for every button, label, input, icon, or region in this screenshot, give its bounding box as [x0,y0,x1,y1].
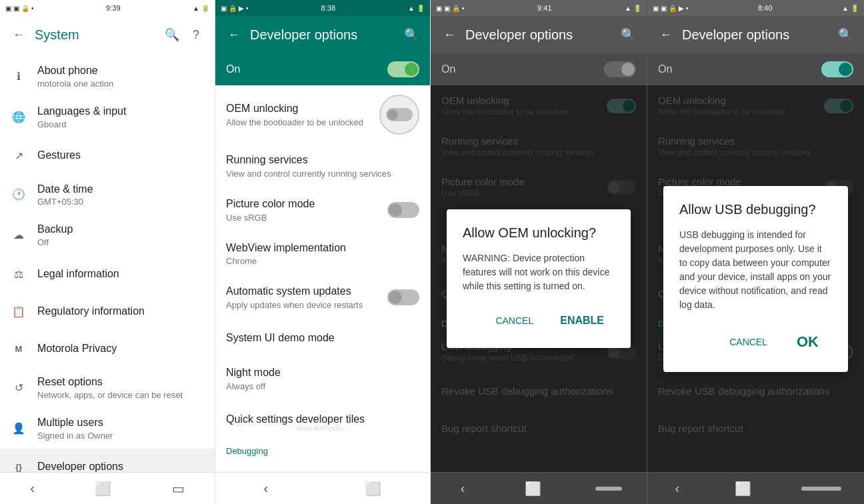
nav-recents-panel1[interactable]: ▭ [167,475,190,502]
reset-icon: ↺ [11,380,27,396]
oem-dialog-actions: Cancel Enable [463,309,615,332]
developer-toggle[interactable] [387,61,419,77]
sidebar-item-backup[interactable]: ☁ Backup Off [0,215,215,255]
wifi-icon-p3: ▲ [625,5,631,12]
nav-back-panel1[interactable]: ‹ [25,475,40,501]
panel-system-settings: ▣ ▣ 🔒 • 9:39 ▲ 🔋 ← System 🔍 ? ℹ About ph… [0,0,215,504]
sidebar-item-developer[interactable]: {} Developer options [0,449,215,472]
usb-dialog-actions: Cancel OK [679,328,832,356]
auto-updates-thumb [389,291,402,304]
setting-night-mode[interactable]: Night mode Always off [215,357,430,401]
sidebar-item-users[interactable]: 👤 Multiple users Signed in as Owner [0,408,215,449]
oem-toggle[interactable] [386,108,413,121]
back-icon-panel4[interactable]: ← [658,27,674,43]
bottom-nav-panel1: ‹ ⬜ ▭ [0,472,215,504]
status-icons-right-p2: ▲ 🔋 [408,5,425,12]
sidebar-item-gestures-text: Gestures [37,149,204,163]
about-phone-sub: motorola one action [37,79,204,89]
picture-color-sub: Use sRGB [226,213,315,223]
picture-color-text: Picture color mode Use sRGB [226,197,315,223]
language-icon: 🌐 [11,109,27,125]
nav-home-panel4[interactable]: ⬜ [729,475,757,502]
sidebar-item-gestures[interactable]: ↗ Gestures [0,137,215,175]
reset-label: Reset options [37,375,204,389]
search-icon-panel2[interactable]: 🔍 [403,27,419,43]
oem-dialog-body: WARNING: Device protection features will… [463,251,615,293]
sidebar-item-reset[interactable]: ↺ Reset options Network, apps, or device… [0,367,215,408]
icon-dot-p3: • [462,5,465,12]
status-time-panel4: 8:40 [758,4,772,12]
sidebar-item-regulatory-text: Regulatory information [37,305,204,319]
oem-dialog-title: Allow OEM unlocking? [463,225,615,241]
auto-updates-toggle[interactable] [387,289,419,305]
info-icon: ℹ [11,68,27,84]
developer-toggle-p3[interactable] [604,61,636,77]
sidebar-item-languages[interactable]: 🌐 Languages & input Gboard [0,97,215,137]
status-icons-left-p4: ▣ ▣ 🔒 ▶ • [653,5,689,12]
status-icons-left: ▣ ▣ 🔒 • [5,5,34,12]
sidebar-item-privacy-text: Motorola Privacy [37,342,204,356]
panel-usb-dialog: ▣ ▣ 🔒 ▶ • 8:40 ▲ 🔋 ← Developer options 🔍… [647,0,864,504]
status-time-panel3: 9:41 [537,4,551,12]
help-icon-panel1[interactable]: ? [188,27,204,43]
oem-title: OEM unlocking [226,102,363,116]
icon-cam-p2: ▶ [239,5,244,12]
setting-ui-demo[interactable]: System UI demo mode [215,319,430,357]
toolbar-panel2: ← Developer options 🔍 [215,16,430,53]
nav-home-panel1[interactable]: ⬜ [89,475,117,502]
setting-oem-unlocking[interactable]: OEM unlocking Allow the bootloader to be… [215,85,430,144]
sidebar-item-legal[interactable]: ⚖ Legal information [0,255,215,293]
gestures-label: Gestures [37,149,204,163]
auto-updates-text: Automatic system updates Apply updates w… [226,285,363,310]
status-bar-panel1: ▣ ▣ 🔒 • 9:39 ▲ 🔋 [0,0,215,16]
setting-picture-color[interactable]: Picture color mode Use sRGB [215,188,430,232]
search-icon-panel4[interactable]: 🔍 [837,27,853,43]
usb-dialog-title: Allow USB debugging? [679,202,832,217]
status-icons-left-p2: ▣ 🔒 ▶ • [221,5,249,12]
sidebar-item-privacy[interactable]: M Motorola Privacy [0,330,215,367]
back-icon-panel1[interactable]: ← [11,27,27,43]
on-label-panel4: On [658,63,672,75]
developer-toggle-p4[interactable] [821,61,853,77]
nav-bar-indicator-p3 [595,487,622,491]
nav-home-panel2[interactable]: ⬜ [359,475,387,502]
nav-back-panel4[interactable]: ‹ [670,475,685,501]
oem-cancel-button[interactable]: Cancel [485,309,544,332]
usb-ok-button[interactable]: OK [783,328,832,356]
sidebar-item-regulatory[interactable]: 📋 Regulatory information [0,293,215,330]
oem-toggle-circle[interactable] [379,95,419,135]
icon-security: 🔒 [21,5,29,12]
sidebar-item-about[interactable]: ℹ About phone motorola one action [0,56,215,97]
nav-home-panel3[interactable]: ⬜ [519,475,547,502]
usb-dialog: Allow USB debugging? USB debugging is in… [663,186,848,372]
setting-webview[interactable]: WebView implementation Chrome [215,232,430,276]
toggle-thumb [405,63,418,76]
setting-usb-debugging[interactable]: USB debugging Debug mode when USB is con… [215,459,430,464]
picture-color-toggle[interactable] [387,202,419,218]
sidebar-item-reset-text: Reset options Network, apps, or device c… [37,375,204,400]
clock-icon: 🕐 [11,187,27,203]
status-bar-panel3: ▣ ▣ 🔒 • 9:41 ▲ 🔋 [431,0,647,16]
back-icon-panel2[interactable]: ← [226,27,242,43]
languages-sub: Gboard [37,119,204,129]
nav-back-panel3[interactable]: ‹ [455,475,471,501]
privacy-label: Motorola Privacy [37,342,204,356]
setting-running-services[interactable]: Running services View and control curren… [215,144,430,188]
search-icon-panel1[interactable]: 🔍 [164,27,180,43]
night-mode-sub: Always off [226,381,419,391]
usb-cancel-button[interactable]: Cancel [719,328,778,356]
toolbar-panel3: ← Developer options 🔍 [431,16,647,53]
status-icons-right-p3: ▲ 🔋 [625,5,641,12]
setting-auto-updates[interactable]: Automatic system updates Apply updates w… [215,275,430,319]
setting-quick-tiles[interactable]: Quick settings developer tiles [215,401,430,438]
wifi-icon-p4: ▲ [842,5,849,12]
backup-label: Backup [37,223,204,237]
oem-dialog: Allow OEM unlocking? WARNING: Device pro… [447,209,631,348]
nav-back-panel2[interactable]: ‹ [259,475,274,501]
back-icon-panel3[interactable]: ← [441,27,457,43]
search-icon-panel3[interactable]: 🔍 [620,27,636,43]
battery-icon-p3: 🔋 [633,5,641,12]
sidebar-item-datetime[interactable]: 🕐 Date & time GMT+05:30 [0,175,215,215]
oem-enable-button[interactable]: Enable [549,309,615,332]
oem-dialog-overlay: Allow OEM unlocking? WARNING: Device pro… [431,85,647,472]
